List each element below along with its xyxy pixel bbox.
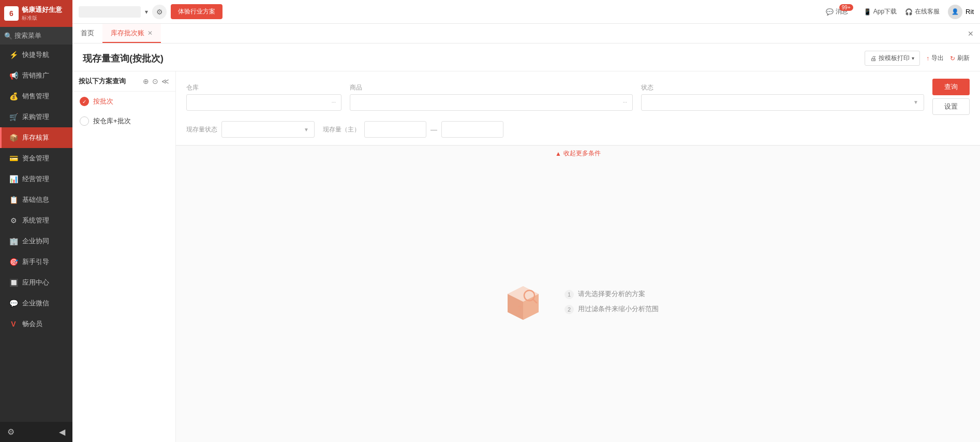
empty-state-text: 1 请先选择要分析的方案 2 用过滤条件来缩小分析范围 [565, 289, 659, 314]
enterprise-icon: 🏢 [9, 237, 18, 245]
status-value [647, 98, 649, 106]
stock-qty-dash: — [430, 126, 437, 134]
status-filter: 状态 ▼ [641, 83, 924, 111]
scheme-batch-label: 按批次 [93, 97, 113, 106]
tab-batch-inventory[interactable]: 库存批次账 ✕ [102, 24, 161, 43]
stock-qty-filter: 现存量（主） — [323, 121, 503, 138]
warehouse-more-icon: ··· [332, 99, 336, 105]
appstore-icon: 🔲 [9, 278, 18, 287]
sidebar-item-label: 库存核算 [22, 133, 49, 142]
topbar-gear-button[interactable]: ⚙ [152, 5, 167, 19]
export-icon: ↑ [926, 55, 929, 62]
messages-action[interactable]: 💬 消息 99+ [826, 7, 848, 16]
status-input[interactable]: ▼ [641, 94, 924, 111]
export-label: 导出 [931, 54, 944, 63]
scheme-item-warehouse-batch[interactable]: 按仓库+批次 [72, 111, 175, 131]
page-header-actions: 🖨 按模板打印 ▾ ↑ 导出 ↻ 刷新 [865, 51, 970, 66]
stock-qty-to-value [447, 126, 449, 134]
topbar-left: ▾ ⚙ 体验行业方案 [79, 4, 826, 19]
tab-home[interactable]: 首页 [72, 24, 102, 43]
basics-icon: 📋 [9, 196, 18, 204]
product-input[interactable]: ··· [350, 94, 633, 111]
step-2-number: 2 [565, 305, 574, 314]
close-page-button[interactable]: ✕ [961, 24, 980, 43]
settings-icon[interactable]: ⚙ [7, 427, 14, 437]
print-icon: 🖨 [870, 55, 877, 62]
print-button[interactable]: 🖨 按模板打印 ▾ [865, 51, 920, 66]
scheme-settings-icon[interactable]: ⊙ [152, 77, 158, 85]
collapse-bar[interactable]: ▲ 收起更多条件 [176, 145, 980, 161]
sidebar-item-label: 系统管理 [22, 216, 49, 225]
tab-close-icon[interactable]: ✕ [147, 30, 153, 37]
experience-button[interactable]: 体验行业方案 [171, 4, 222, 19]
sidebar-item-label: 企业协同 [22, 237, 49, 246]
status-arrow-icon: ▼ [913, 99, 918, 105]
settings-button[interactable]: 设置 [932, 98, 970, 115]
main-area: 首页 库存批次账 ✕ ✕ 现存量查询(按批次) 🖨 按模板打印 ▾ ↑ 导出 ↻… [72, 24, 980, 442]
sidebar-item-newbie[interactable]: 🎯 新手引导 [0, 252, 72, 272]
add-scheme-icon[interactable]: ⊕ [143, 77, 149, 85]
print-label: 按模板打印 [879, 54, 910, 63]
marketing-icon: 📢 [9, 71, 18, 80]
inventory-icon: 📦 [9, 134, 18, 142]
sidebar-item-enterprise[interactable]: 🏢 企业协同 [0, 231, 72, 252]
search-menu-label: 搜索菜单 [14, 31, 41, 40]
query-button[interactable]: 查询 [932, 79, 970, 95]
product-more-icon: ··· [623, 99, 627, 105]
sidebar-item-member[interactable]: V 畅会员 [0, 314, 72, 334]
weixin-icon: 💬 [9, 299, 18, 307]
user-menu[interactable]: 👤 Rit [948, 5, 974, 19]
sidebar-item-appstore[interactable]: 🔲 应用中心 [0, 272, 72, 293]
sidebar-item-purchase[interactable]: 🛒 采购管理 [0, 107, 72, 127]
refresh-button[interactable]: ↻ 刷新 [950, 54, 970, 63]
sidebar-item-operations[interactable]: 📊 经营管理 [0, 169, 72, 189]
warehouse-input[interactable]: ··· [186, 94, 341, 111]
sidebar-item-sales[interactable]: 💰 销售管理 [0, 86, 72, 107]
stock-qty-from-input[interactable] [364, 121, 426, 138]
stock-qty-from-value [370, 126, 372, 134]
sidebar-item-basics[interactable]: 📋 基础信息 [0, 189, 72, 210]
right-content: 仓库 ··· 商品 ··· 状态 [176, 71, 980, 442]
left-panel-icons: ⊕ ⊙ ≪ [143, 77, 169, 85]
empty-state: ? 1 请先选择要分析的方案 2 用过滤条件来缩小分析范围 [176, 161, 980, 442]
empty-box-svg: ? [497, 276, 549, 328]
collapse-panel-icon[interactable]: ≪ [161, 77, 169, 85]
headset-icon: 🎧 [905, 8, 913, 16]
left-panel: 按以下方案查询 ⊕ ⊙ ≪ ✓ 按批次 按仓库+批次 [72, 71, 176, 442]
page-title: 现存量查询(按批次) [83, 52, 164, 65]
search-menu[interactable]: 🔍 搜索菜单 [0, 27, 72, 45]
topbar-dropdown-button[interactable]: ▾ [145, 8, 148, 16]
tabs-bar: 首页 库存批次账 ✕ ✕ [72, 24, 980, 43]
customer-service-action[interactable]: 🎧 在线客服 [905, 7, 940, 16]
avatar: 👤 [948, 5, 962, 19]
svg-text:?: ? [518, 304, 522, 313]
status-label: 状态 [641, 83, 924, 92]
sales-icon: 💰 [9, 92, 18, 100]
sidebar-item-shortcuts[interactable]: ⚡ 快捷导航 [0, 45, 72, 65]
warehouse-batch-scheme-icon [80, 116, 89, 126]
sidebar-item-label: 企业微信 [22, 299, 49, 308]
refresh-label: 刷新 [957, 54, 970, 63]
sidebar-item-finance[interactable]: 💳 资金管理 [0, 148, 72, 169]
page-header: 现存量查询(按批次) 🖨 按模板打印 ▾ ↑ 导出 ↻ 刷新 [72, 43, 980, 71]
sidebar-item-label: 应用中心 [22, 278, 49, 287]
stock-status-arrow-icon: ▼ [304, 127, 309, 132]
product-value [355, 98, 358, 106]
step-2-text: 用过滤条件来缩小分析范围 [578, 304, 659, 314]
sidebar-item-inventory[interactable]: 📦 库存核算 [0, 127, 72, 148]
collapse-sidebar-icon[interactable]: ◀ [59, 427, 65, 437]
search-icon: 🔍 [4, 32, 12, 40]
app-download-action[interactable]: 📱 App下载 [864, 7, 897, 16]
scheme-item-batch[interactable]: ✓ 按批次 [72, 92, 175, 111]
phone-icon: 📱 [864, 8, 871, 16]
sidebar-item-weixin[interactable]: 💬 企业微信 [0, 293, 72, 314]
topbar-right: 💬 消息 99+ 📱 App下载 🎧 在线客服 👤 Rit [826, 5, 974, 19]
sidebar-item-system[interactable]: ⚙ 系统管理 [0, 210, 72, 231]
sidebar-item-marketing[interactable]: 📢 营销推广 [0, 65, 72, 86]
empty-step-2: 2 用过滤条件来缩小分析范围 [565, 304, 659, 314]
export-button[interactable]: ↑ 导出 [926, 54, 944, 63]
step-1-number: 1 [565, 290, 574, 299]
stock-status-input[interactable]: ▼ [221, 121, 315, 138]
stock-qty-to-input[interactable] [441, 121, 503, 138]
print-dropdown-icon: ▾ [912, 55, 914, 61]
